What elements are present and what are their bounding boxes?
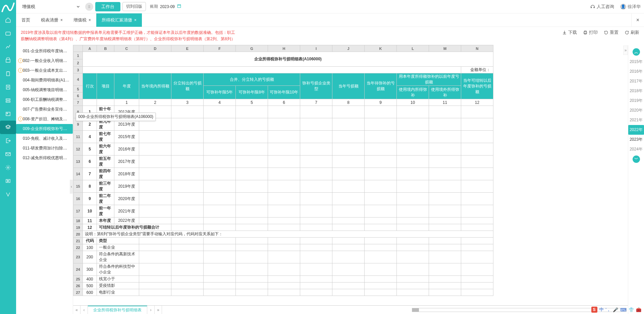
cell[interactable] (204, 224, 236, 231)
cell[interactable] (171, 217, 204, 224)
cell[interactable] (268, 282, 300, 289)
cell[interactable]: 8 (83, 180, 97, 193)
cell[interactable] (236, 263, 268, 276)
cell[interactable] (397, 118, 429, 131)
cell[interactable]: 当年亏损额 (332, 73, 365, 99)
cell[interactable]: 2016年度 (114, 143, 139, 155)
cell[interactable] (268, 193, 300, 205)
ime-mic-icon[interactable]: 🎤 (613, 307, 618, 312)
cell[interactable]: 10 (397, 99, 429, 106)
close-icon[interactable]: × (134, 18, 137, 22)
cell[interactable] (429, 118, 461, 131)
cell[interactable] (429, 143, 461, 155)
cell[interactable]: 500 (83, 282, 97, 289)
cell[interactable] (171, 193, 204, 205)
cell[interactable] (300, 263, 332, 276)
cell[interactable]: 金额单位： (461, 67, 493, 73)
cell[interactable] (139, 251, 171, 263)
cell[interactable] (461, 118, 493, 131)
switch-old-button[interactable]: 切到旧版 (122, 2, 146, 11)
cell[interactable] (236, 224, 268, 231)
cell[interactable]: 本年度 (97, 217, 114, 224)
cell[interactable] (332, 118, 365, 131)
cell[interactable] (171, 224, 204, 231)
sheet-tab-active[interactable]: 企业所得税弥补亏损明细表 (88, 306, 147, 314)
cell[interactable] (461, 155, 493, 168)
cell[interactable] (300, 251, 332, 263)
tree-item-3[interactable]: 004-期间费用明细表(A1040... (16, 75, 73, 85)
year-scroll-up-button[interactable]: ︽ (633, 48, 640, 56)
cell[interactable] (461, 263, 493, 276)
cell[interactable] (397, 180, 429, 193)
cell[interactable] (461, 217, 493, 224)
cell[interactable] (332, 193, 365, 205)
cell[interactable] (268, 244, 300, 251)
cell[interactable]: 电影行业 (97, 289, 139, 296)
cell[interactable] (139, 282, 171, 289)
cell[interactable]: 300 (83, 263, 97, 276)
cell[interactable] (429, 244, 461, 251)
cell[interactable] (397, 263, 429, 276)
cell[interactable]: 200 (83, 251, 97, 263)
cell[interactable] (268, 106, 300, 118)
cell[interactable] (429, 251, 461, 263)
cell[interactable] (332, 217, 365, 224)
cell[interactable]: 8 (332, 99, 365, 106)
cell[interactable] (397, 282, 429, 289)
cell[interactable] (397, 238, 429, 244)
cell[interactable] (204, 106, 236, 118)
cell[interactable] (236, 251, 268, 263)
cell[interactable]: 使用境外所得弥补 (429, 86, 461, 99)
v-icon[interactable] (0, 188, 16, 201)
cell[interactable]: 类型 (97, 238, 139, 244)
cell[interactable] (171, 155, 204, 168)
year-2023年[interactable]: 2023年 (628, 135, 644, 144)
cell[interactable] (268, 205, 300, 217)
cell[interactable] (397, 143, 429, 155)
cell[interactable] (397, 244, 429, 251)
cell[interactable]: 100 (83, 244, 97, 251)
cell[interactable]: 2022年度 (114, 217, 139, 224)
cell[interactable]: 符合条件的科技型中小企业 (97, 263, 139, 276)
cell[interactable] (332, 205, 365, 217)
cell[interactable]: 6 (268, 99, 300, 106)
cell[interactable] (300, 217, 332, 224)
user-menu[interactable]: 👤 徐泽华 (620, 4, 641, 10)
sheet-nav-next[interactable]: › (147, 306, 155, 314)
consult-button[interactable]: 人工咨询 (590, 4, 614, 10)
sheet-nav-prev[interactable]: ‹ (80, 306, 88, 314)
cell[interactable] (332, 244, 365, 251)
cell[interactable] (332, 251, 365, 263)
cell[interactable]: 2018年度 (114, 168, 139, 180)
print-button[interactable]: 打印 (583, 29, 598, 36)
cell[interactable]: 5 (236, 99, 268, 106)
cell[interactable] (171, 282, 204, 289)
workbench-button[interactable]: 工作台 (95, 2, 120, 11)
tree-item-5[interactable]: 006-职工薪酬纳税调整明细... (16, 95, 73, 105)
cell[interactable]: 前一年度 (97, 205, 114, 217)
cell[interactable] (397, 276, 429, 282)
cell[interactable] (300, 143, 332, 155)
cell[interactable] (429, 205, 461, 217)
cell[interactable]: 2020年度 (114, 193, 139, 205)
cell[interactable]: 10 (83, 205, 97, 217)
cell[interactable] (268, 180, 300, 193)
cell[interactable] (461, 238, 493, 244)
cell[interactable] (204, 276, 236, 282)
cell[interactable] (365, 276, 397, 282)
cell[interactable]: 7 (83, 168, 97, 180)
sheet-nav-first[interactable]: « (73, 306, 80, 314)
ime-toolbox-icon[interactable]: 🧰 (636, 307, 641, 312)
cell[interactable] (268, 276, 300, 282)
tree-item-4[interactable]: 005-纳税调整项目明细表(A1... (16, 85, 73, 95)
cell[interactable]: 代码 (83, 238, 97, 244)
cell[interactable]: 说明：第6列"弥补亏损企业类型"需要手动输入对应代码，代码对应关系如下： (83, 231, 493, 238)
cell[interactable]: 用本年度所得额弥补的以前年度亏损额 (397, 73, 461, 86)
cell[interactable] (268, 131, 300, 143)
cell[interactable] (397, 205, 429, 217)
cell[interactable] (139, 193, 171, 205)
cell[interactable] (236, 276, 268, 282)
cell[interactable] (429, 193, 461, 205)
cell[interactable] (300, 238, 332, 244)
cell[interactable]: 11 (429, 99, 461, 106)
